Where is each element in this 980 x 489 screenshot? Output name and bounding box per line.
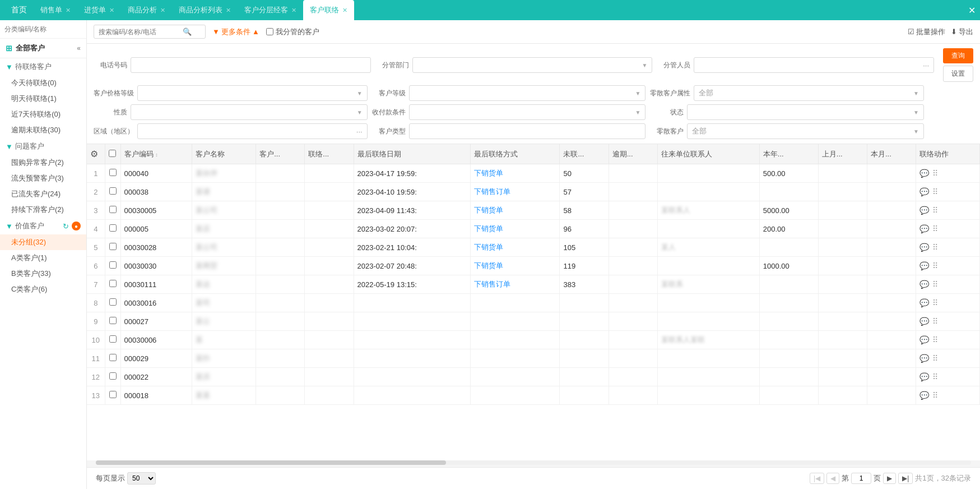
message-action-icon[interactable]: 💬 <box>919 224 929 233</box>
close-icon[interactable]: ✕ <box>226 7 231 14</box>
filter-customer-type-input[interactable] <box>409 123 646 139</box>
export-button[interactable]: ⬇ 导出 <box>951 27 973 37</box>
sidebar-item-class-b[interactable]: B类客户(33) <box>0 266 86 282</box>
message-action-icon[interactable]: 💬 <box>919 354 929 363</box>
row-checkbox[interactable] <box>109 187 117 195</box>
more-action-icon[interactable]: ⠿ <box>932 391 938 400</box>
first-page-button[interactable]: |◀ <box>810 473 824 484</box>
reset-button[interactable]: 设置 <box>943 66 973 82</box>
close-icon[interactable]: ✕ <box>291 7 296 14</box>
col-type[interactable]: 客户... <box>256 144 305 164</box>
last-contact-method[interactable] <box>471 294 560 312</box>
row-checkbox[interactable] <box>109 243 117 250</box>
search-box[interactable]: 🔍 <box>94 25 206 39</box>
sidebar-item-tomorrow[interactable]: 明天待联络(1) <box>0 91 86 107</box>
row-checkbox-cell[interactable] <box>105 294 120 312</box>
row-checkbox-cell[interactable] <box>105 183 120 201</box>
sidebar-item-hoarding[interactable]: 囤购异常客户(2) <box>0 155 86 170</box>
filter-price-level-input[interactable]: ▼ <box>137 85 368 101</box>
col-contact[interactable]: 联络... <box>305 144 354 164</box>
last-contact-method[interactable] <box>471 386 560 405</box>
row-checkbox-cell[interactable] <box>105 220 120 238</box>
row-checkbox-cell[interactable] <box>105 312 120 331</box>
more-conditions-button[interactable]: ▼ 更多条件 ▲ <box>212 27 259 37</box>
row-checkbox[interactable] <box>109 317 117 324</box>
my-customers-check[interactable] <box>266 28 273 35</box>
my-customers-checkbox[interactable]: 我分管的客户 <box>266 27 319 37</box>
sidebar-item-lost[interactable]: 已流失客户(24) <box>0 186 86 202</box>
message-action-icon[interactable]: 💬 <box>919 317 929 326</box>
row-checkbox[interactable] <box>109 372 117 380</box>
sidebar-item-class-c[interactable]: C类客户(6) <box>0 282 86 297</box>
more-action-icon[interactable]: ⠿ <box>932 354 938 363</box>
row-checkbox-cell[interactable] <box>105 201 120 220</box>
row-checkbox-cell[interactable] <box>105 257 120 275</box>
sidebar-group-title-problem[interactable]: ▼ 问题客户 <box>0 138 86 155</box>
last-contact-method[interactable] <box>471 368 560 386</box>
next-page-button[interactable]: ▶ <box>883 473 896 484</box>
sidebar-item-overdue[interactable]: 逾期未联络(30) <box>0 122 86 138</box>
last-contact-method[interactable] <box>471 349 560 368</box>
message-action-icon[interactable]: 💬 <box>919 187 929 196</box>
more-action-icon[interactable]: ⠿ <box>932 261 938 270</box>
message-action-icon[interactable]: 💬 <box>919 206 929 215</box>
message-action-icon[interactable]: 💬 <box>919 298 929 307</box>
row-checkbox[interactable] <box>109 224 117 232</box>
page-size-select[interactable]: 50 100 200 <box>127 472 156 485</box>
sidebar-item-declining[interactable]: 持续下滑客户(2) <box>0 202 86 218</box>
last-contact-method[interactable] <box>471 312 560 331</box>
message-action-icon[interactable]: 💬 <box>919 280 929 289</box>
category-search-input[interactable] <box>4 25 87 33</box>
row-checkbox[interactable] <box>109 354 117 361</box>
more-action-icon[interactable]: ⠿ <box>932 317 938 326</box>
nav-tab-purchase[interactable]: 进货单 ✕ <box>77 0 121 20</box>
last-page-button[interactable]: ▶| <box>898 473 913 484</box>
more-action-icon[interactable]: ⠿ <box>932 243 938 252</box>
row-checkbox[interactable] <box>109 298 117 306</box>
filter-region-input[interactable]: ··· <box>137 123 368 139</box>
message-action-icon[interactable]: 💬 <box>919 261 929 270</box>
message-action-icon[interactable]: 💬 <box>919 391 929 400</box>
filter-customer-level-input[interactable]: ▼ <box>409 85 646 101</box>
sidebar-item-loss-warning[interactable]: 流失预警客户(3) <box>0 170 86 186</box>
sidebar-item-ungroup[interactable]: 未分组(32) <box>0 234 86 250</box>
col-last-contact-date[interactable]: 最后联络日期 <box>354 144 471 164</box>
last-contact-method[interactable]: 下销货单 <box>471 164 560 183</box>
col-checkbox[interactable] <box>105 144 120 164</box>
row-checkbox-cell[interactable] <box>105 368 120 386</box>
nav-tab-sales[interactable]: 销售单 ✕ <box>34 0 77 20</box>
col-last-month[interactable]: 上月... <box>818 144 867 164</box>
nav-tab-analysis-list[interactable]: 商品分析列表 ✕ <box>172 0 238 20</box>
sidebar-item-class-a[interactable]: A类客户(1) <box>0 250 86 266</box>
row-checkbox-cell[interactable] <box>105 275 120 294</box>
col-code[interactable]: 客户编码 ↕ <box>120 144 192 164</box>
last-contact-method[interactable]: 下销售订单 <box>471 275 560 294</box>
close-icon[interactable]: ✕ <box>342 7 347 14</box>
row-checkbox[interactable] <box>109 391 117 398</box>
sidebar-group-title-value[interactable]: ▼ 价值客户 ↻ ● <box>0 218 86 234</box>
sidebar-group-title-pending[interactable]: ▼ 待联络客户 <box>0 58 86 75</box>
more-action-icon[interactable]: ⠿ <box>932 335 938 344</box>
col-unit-contact[interactable]: 往来单位联系人 <box>657 144 759 164</box>
nav-home[interactable]: 首页 <box>4 0 34 20</box>
message-action-icon[interactable]: 💬 <box>919 169 929 178</box>
message-action-icon[interactable]: 💬 <box>919 372 929 381</box>
last-contact-method[interactable] <box>471 331 560 349</box>
nav-tab-customer-contact[interactable]: 客户联络 ✕ <box>303 0 354 20</box>
filter-manager-input[interactable]: ··· <box>694 57 934 73</box>
close-all-button[interactable]: ✕ <box>968 5 976 16</box>
close-icon[interactable]: ✕ <box>109 7 114 14</box>
more-action-icon[interactable]: ⠿ <box>932 280 938 289</box>
select-all-checkbox[interactable] <box>109 150 116 157</box>
row-checkbox-cell[interactable] <box>105 386 120 405</box>
filter-dept-input[interactable]: ▼ <box>412 57 653 73</box>
filter-nature-input[interactable]: ▼ <box>131 104 368 120</box>
close-icon[interactable]: ✕ <box>160 7 165 14</box>
col-last-contact-method[interactable]: 最后联络方式 <box>471 144 560 164</box>
row-checkbox[interactable] <box>109 280 117 287</box>
last-contact-method[interactable]: 下销货单 <box>471 238 560 257</box>
last-contact-method[interactable]: 下销货单 <box>471 220 560 238</box>
scrollbar-thumb[interactable] <box>96 460 446 465</box>
col-not-contacted[interactable]: 未联... <box>560 144 609 164</box>
filter-payment-input[interactable]: ▼ <box>409 104 646 120</box>
